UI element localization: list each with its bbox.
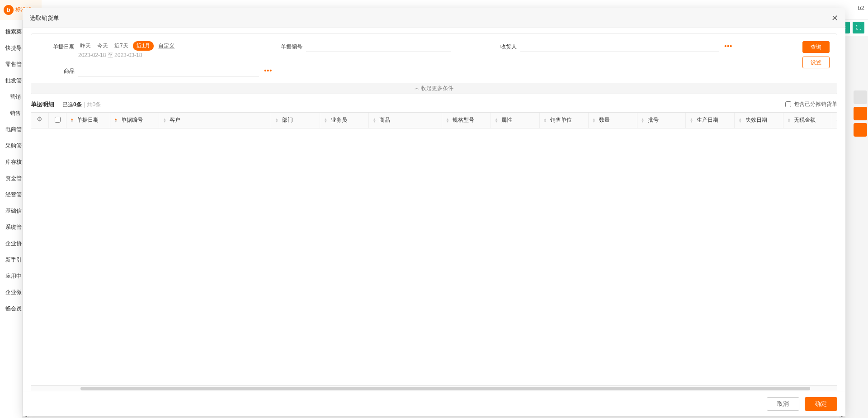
collapse-filters-button[interactable]: ︽ 收起更多条件 <box>31 83 837 94</box>
sort-down-icon: ▼ <box>70 120 74 123</box>
col-qty[interactable]: ▲▼ 数量 <box>588 113 637 128</box>
list-title: 单据明细 <box>31 100 54 109</box>
confirm-button[interactable]: 确定 <box>805 397 837 411</box>
filter-actions: 查询 设置 <box>802 41 830 68</box>
col-mfg[interactable]: ▲▼ 生产日期 <box>686 113 735 128</box>
sales-order-table: ▲▼ 单据日期 ▲▼ 单据编号 ▲▼ 客户 ▲▼ <box>31 113 837 128</box>
product-more-icon[interactable]: ••• <box>264 67 272 74</box>
sort-down-icon: ▼ <box>324 120 327 123</box>
include-split-label: 包含已分摊销货单 <box>794 100 837 108</box>
col-batch[interactable]: ▲▼ 批号 <box>637 113 686 128</box>
chevron-up-icon: ︽ <box>415 86 419 90</box>
col-amount[interactable]: ▲▼ 无税金额 <box>783 113 832 128</box>
filter-date-label: 单据日期 <box>38 41 78 51</box>
col-product[interactable]: ▲▼ 商品 <box>369 113 442 128</box>
sort-down-icon: ▼ <box>592 120 596 123</box>
col-dept[interactable]: ▲▼ 部门 <box>271 113 320 128</box>
filter-docno-group: 单据编号 <box>266 41 451 52</box>
modal-body: 查询 设置 单据日期 昨天 今天 近7天 近1月 自定义 2 <box>23 28 845 391</box>
date-quick-last1m[interactable]: 近1月 <box>133 41 154 51</box>
sort-down-icon: ▼ <box>738 120 742 123</box>
col-date[interactable]: ▲▼ 单据日期 <box>66 113 110 128</box>
include-split-checkbox[interactable]: 包含已分摊销货单 <box>785 100 837 108</box>
filter-receiver-group: 收货人 ••• <box>481 41 732 52</box>
date-quick-custom[interactable]: 自定义 <box>156 41 176 51</box>
table-horizontal-scrollbar[interactable] <box>31 385 837 391</box>
modal-footer: 取消 确定 <box>23 391 845 416</box>
include-split-checkbox-input[interactable] <box>785 101 791 107</box>
sort-down-icon: ▼ <box>163 120 166 123</box>
col-docno[interactable]: ▲▼ 单据编号 <box>110 113 159 128</box>
date-quick-today[interactable]: 今天 <box>95 41 110 51</box>
list-selected: 已选0条 | 共0条 <box>62 101 101 109</box>
date-quick-last7[interactable]: 近7天 <box>113 41 130 51</box>
scrollbar-thumb[interactable] <box>80 387 810 390</box>
receiver-input[interactable] <box>520 41 719 52</box>
gear-icon <box>37 116 43 123</box>
collapse-label: 收起更多条件 <box>421 85 453 92</box>
col-attr[interactable]: ▲▼ 属性 <box>491 113 539 128</box>
filter-receiver-label: 收货人 <box>481 41 520 51</box>
list-header: 单据明细 已选0条 | 共0条 包含已分摊销货单 <box>31 100 837 109</box>
filter-product-label: 商品 <box>38 66 78 75</box>
sort-down-icon: ▼ <box>373 120 376 123</box>
receiver-more-icon[interactable]: ••• <box>724 43 732 50</box>
sort-down-icon: ▼ <box>836 120 837 123</box>
date-quick-picker: 昨天 今天 近7天 近1月 自定义 <box>78 41 223 51</box>
col-customer[interactable]: ▲▼ 客户 <box>159 113 271 128</box>
select-sales-order-modal: 选取销货单 ✕ 查询 设置 单据日期 昨天 今天 近7天 近1月 <box>23 8 845 416</box>
date-range-text: 2023-02-18 至 2023-03-18 <box>78 52 223 59</box>
col-exp[interactable]: ▲▼ 失效日期 <box>735 113 783 128</box>
table-wrapper: ▲▼ 单据日期 ▲▼ 单据编号 ▲▼ 客户 ▲▼ <box>31 112 837 385</box>
sort-down-icon: ▼ <box>641 120 645 123</box>
sort-down-icon: ▼ <box>689 120 693 123</box>
docno-input[interactable] <box>306 41 451 52</box>
modal-header: 选取销货单 ✕ <box>23 8 845 28</box>
sort-down-icon: ▼ <box>787 120 791 123</box>
sort-down-icon: ▼ <box>275 120 278 123</box>
sort-down-icon: ▼ <box>543 120 547 123</box>
select-all-checkbox[interactable] <box>49 113 66 128</box>
filter-docno-label: 单据编号 <box>266 41 306 51</box>
product-input[interactable] <box>78 66 259 76</box>
col-sales[interactable]: ▲▼ 业务员 <box>320 113 369 128</box>
date-quick-yesterday[interactable]: 昨天 <box>78 41 93 51</box>
sort-down-icon: ▼ <box>114 120 118 123</box>
filter-product-group: 商品 ••• <box>38 66 272 76</box>
col-spec[interactable]: ▲▼ 规格型号 <box>442 113 491 128</box>
select-all-checkbox-input[interactable] <box>55 117 61 123</box>
settings-button[interactable]: 设置 <box>802 57 830 68</box>
query-button[interactable]: 查询 <box>802 41 830 53</box>
sort-down-icon: ▼ <box>446 120 449 123</box>
close-icon[interactable]: ✕ <box>829 13 840 24</box>
filter-date-group: 单据日期 昨天 今天 近7天 近1月 自定义 2023-02-18 至 2023… <box>38 41 223 59</box>
col-remark[interactable]: ▲▼ 备 <box>832 113 837 128</box>
filter-panel: 查询 设置 单据日期 昨天 今天 近7天 近1月 自定义 2 <box>31 33 837 94</box>
col-unit[interactable]: ▲▼ 销售单位 <box>539 113 588 128</box>
column-settings[interactable] <box>31 113 49 128</box>
cancel-button[interactable]: 取消 <box>767 397 799 411</box>
modal-title: 选取销货单 <box>30 14 59 22</box>
sort-down-icon: ▼ <box>495 120 498 123</box>
